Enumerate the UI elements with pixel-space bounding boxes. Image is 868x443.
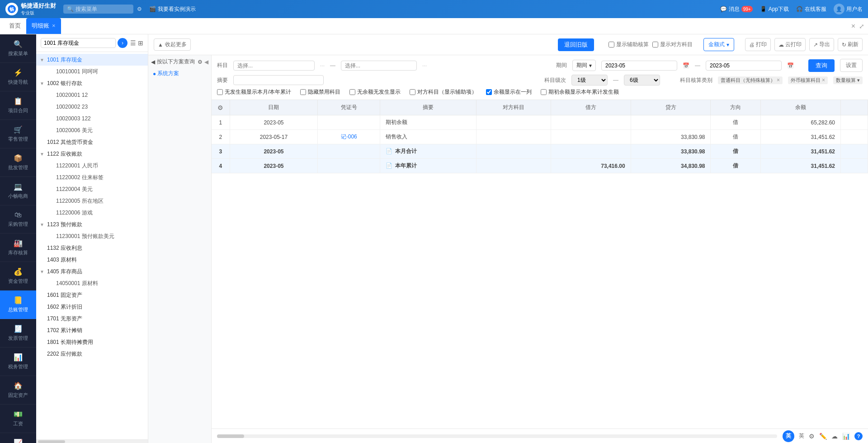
sidebar-item-invoice[interactable]: 🧾 发票管理 [0, 319, 36, 348]
voucher-link[interactable]: 记-006 [341, 133, 357, 140]
sidebar-item-ecommerce[interactable]: 💻 小畅电商 [0, 177, 36, 205]
filter-settings-btn[interactable]: 设置 [840, 59, 863, 72]
tree-node-11220004[interactable]: 11220004 美元 [45, 183, 148, 195]
summary-input[interactable] [233, 75, 324, 85]
period-calendar-icon[interactable]: 📅 [683, 62, 689, 69]
bottom-chart-icon[interactable]: 📊 [842, 433, 850, 440]
sidebar-item-tax[interactable]: 📊 税务管理 [0, 348, 36, 376]
tree-node-1122[interactable]: ▼ 1122 应收账款 11220001 人民币 11220002 往来标签 1… [36, 148, 148, 219]
tree-node-11220006[interactable]: 11220006 游戏 [45, 207, 148, 219]
tree-expand-btn[interactable]: ⊞ [138, 39, 143, 47]
tree-node-10020002[interactable]: 10020002 23 [45, 101, 148, 113]
period-type-select[interactable]: 期间 ▾ [572, 60, 596, 71]
level-to-select[interactable]: 6级1级2级3级4级5级 [624, 75, 660, 86]
cell-voucher[interactable]: 记-006 [318, 130, 380, 144]
system-scheme-item[interactable]: ● 系统方案 [151, 68, 208, 79]
format-dropdown-btn[interactable]: 金额式 ▾ [703, 38, 734, 51]
tree-node-11220001[interactable]: 11220001 人民币 [45, 160, 148, 171]
sidebar-item-operations[interactable]: 📈 经营管理 [0, 433, 36, 443]
sidebar-item-inventory[interactable]: 🏭 库存核算 [0, 233, 36, 262]
online-service-btn[interactable]: 🎧 在线客服 [796, 5, 826, 13]
sidebar-item-ledger[interactable]: 📒 总账管理 [0, 291, 36, 319]
account-search-input[interactable] [41, 38, 116, 48]
subject-input[interactable] [233, 61, 315, 71]
opt-show-balance-col[interactable]: 余额显示在一列 [486, 88, 532, 96]
tag-foreign-close[interactable]: × [822, 77, 825, 83]
scroll-thumb[interactable] [217, 434, 244, 438]
expand-window-btn[interactable]: ⤢ [859, 23, 864, 30]
tree-node-1001[interactable]: ▼ 1001 库存现金 10010001 同呵呵 [36, 54, 148, 77]
period-to-input[interactable] [706, 61, 782, 71]
tab-close-icon[interactable]: × [52, 22, 56, 29]
table-gear-icon[interactable]: ⚙ [217, 104, 223, 111]
show-aux-checkbox[interactable]: 显示辅助核算 [609, 41, 649, 48]
tree-child-10010001[interactable]: 10010001 同呵呵 [36, 66, 148, 77]
tree-nav-arrow[interactable]: › [118, 38, 127, 48]
tree-node-11230001[interactable]: 11230001 预付账款美元 [45, 230, 148, 242]
tree-list-view-btn[interactable]: ☰ [130, 39, 136, 47]
sidebar-item-capital[interactable]: 💰 资金管理 [0, 262, 36, 291]
bottom-settings-icon[interactable]: ⚙ [809, 433, 815, 440]
tree-node-1405[interactable]: ▼ 1405 库存商品 14050001 原材料 [36, 266, 148, 289]
bottom-icon-1[interactable]: 英 [799, 432, 804, 440]
export-btn[interactable]: ↗ 导出 [809, 38, 834, 51]
collapse-icon[interactable]: ◀ [151, 59, 155, 65]
tree-node-14050001[interactable]: 14050001 原材料 [45, 277, 148, 289]
demo-link[interactable]: 🎬 我要看实例演示 [149, 5, 196, 13]
period-to-calendar-icon[interactable]: 📅 [787, 62, 794, 69]
tree-node-2202[interactable]: 2202 应付账款 [36, 348, 148, 360]
sidebar-item-quicknav[interactable]: ⚡ 快捷导航 [0, 63, 36, 91]
tree-node-1012[interactable]: 1012 其他货币资金 [36, 136, 148, 148]
sidebar-item-retail[interactable]: 🛒 零售管理 [0, 120, 36, 148]
tree-node-1602[interactable]: 1602 累计折旧 [36, 301, 148, 313]
expand-more-btn[interactable]: ▲ 收起更多 [154, 38, 191, 51]
tree-node-1801[interactable]: 1801 长期待摊费用 [36, 336, 148, 348]
period-from-input[interactable] [601, 61, 677, 71]
level-from-select[interactable]: 1级2级3级4级5级6级 [571, 75, 608, 86]
subject-to-input[interactable] [341, 61, 417, 71]
opt-show-counter[interactable]: 对方科目（显示辅助项） [410, 88, 477, 96]
tree-node-1702[interactable]: 1702 累计摊销 [36, 324, 148, 336]
lang-switch-btn[interactable]: 英 [783, 430, 794, 442]
chevron-down-small-icon[interactable]: ▾ [857, 77, 860, 83]
opt-no-balance[interactable]: 无发生额显示本月/本年累计 [217, 88, 291, 96]
close-window-btn[interactable]: × [851, 22, 855, 30]
print-btn[interactable]: 🖨 打印 [745, 38, 771, 51]
tree-scrollbar[interactable] [36, 439, 148, 443]
sidebar-item-salary[interactable]: 💵 工资 [0, 405, 36, 433]
top-search-box[interactable]: 🔍 [63, 5, 133, 14]
sidebar-item-wholesale[interactable]: 📦 批发管理 [0, 148, 36, 177]
tag-normal-close[interactable]: × [777, 77, 780, 83]
horizontal-scrollbar[interactable] [217, 434, 777, 438]
tree-node-1002[interactable]: ▼ 1002 银行存款 10020001 12 10020002 23 1002… [36, 77, 148, 136]
sidebar-item-search[interactable]: 🔍 搜索菜单 [0, 34, 36, 63]
tree-node-1132[interactable]: 1132 应收利息 [36, 242, 148, 254]
message-btn[interactable]: 💬 消息 99+ [720, 5, 753, 13]
sidebar-item-assets[interactable]: 🏠 固定资产 [0, 376, 36, 405]
tab-detail[interactable]: 明细账 × [26, 18, 61, 34]
sidebar-item-project[interactable]: 📋 项目合同 [0, 91, 36, 120]
opt-show-period-acc[interactable]: 期初余额显示本年累计发生额 [541, 88, 619, 96]
top-search-input[interactable] [75, 6, 130, 12]
bottom-edit-icon[interactable]: ✏️ [819, 433, 827, 440]
tab-home[interactable]: 首页 [4, 18, 26, 34]
tree-node-1701[interactable]: 1701 无形资产 [36, 313, 148, 324]
query-settings-icon[interactable]: ⚙ [198, 59, 203, 65]
tree-node-10020003[interactable]: 10020003 122 [45, 113, 148, 124]
opt-no-zero[interactable]: 无余额无发生显示 [349, 88, 401, 96]
tree-node-11220005[interactable]: 11220005 所在地区 [45, 195, 148, 207]
return-old-version-btn[interactable]: 退回旧版 [558, 38, 594, 51]
tree-node-10020001[interactable]: 10020001 12 [45, 89, 148, 101]
col-gear[interactable]: ⚙ [212, 100, 230, 115]
tree-node-1123[interactable]: ▼ 1123 预付账款 11230001 预付账款美元 [36, 219, 148, 242]
show-counter-checkbox[interactable]: 显示对方科目 [652, 41, 693, 48]
user-menu[interactable]: 👤 用户名 [834, 4, 863, 14]
sidebar-item-purchase[interactable]: 🛍 采购管理 [0, 205, 36, 233]
cloud-print-btn[interactable]: ☁ 云打印 [774, 38, 806, 51]
query-btn[interactable]: 查询 [808, 59, 835, 72]
tree-node-1601[interactable]: 1601 固定资产 [36, 289, 148, 301]
tree-node-10020006[interactable]: 10020006 美元 [45, 124, 148, 136]
tree-node-11220002[interactable]: 11220002 往来标签 [45, 171, 148, 183]
app-download-btn[interactable]: 📱 App下载 [760, 5, 789, 13]
settings-gear-icon[interactable]: ⚙ [137, 6, 142, 12]
